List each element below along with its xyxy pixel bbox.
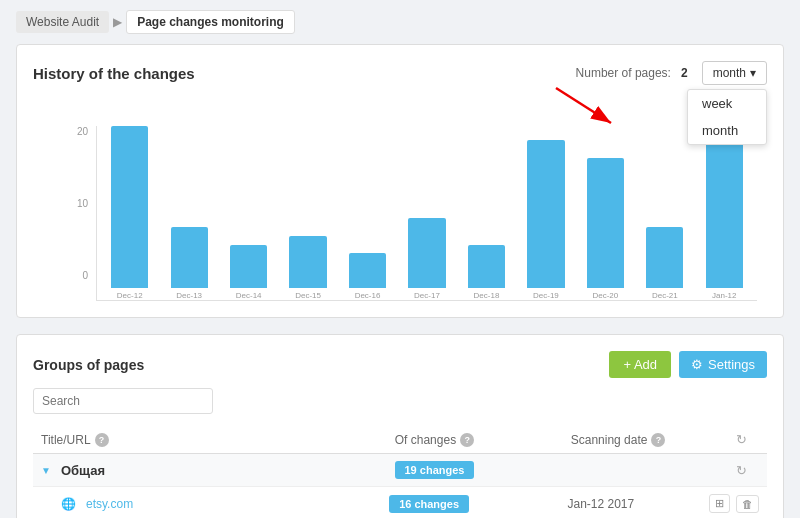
period-dropdown-button[interactable]: month ▾: [702, 61, 767, 85]
title-info-icon: ?: [95, 433, 109, 447]
bar-group-Dec-15: Dec-15: [279, 126, 336, 300]
item-delete-button-1[interactable]: 🗑: [736, 495, 759, 513]
groups-title: Groups of pages: [33, 357, 144, 373]
item-date-1: Jan-12 2017: [567, 497, 634, 511]
header-refresh-button[interactable]: ↻: [736, 432, 747, 447]
changes-info-icon: ?: [460, 433, 474, 447]
bar-group-Dec-13: Dec-13: [160, 126, 217, 300]
expand-icon[interactable]: ▼: [41, 465, 51, 476]
bar-group-Dec-16: Dec-16: [339, 126, 396, 300]
bar-Dec-19: [527, 140, 564, 288]
chart-title: History of the changes: [33, 65, 195, 82]
col-changes-label: Of changes: [395, 433, 456, 447]
y-label-20: 20: [63, 126, 88, 137]
bar-group-Dec-14: Dec-14: [220, 126, 277, 300]
group-changes-badge: 19 changes: [395, 461, 475, 479]
settings-label: Settings: [708, 357, 755, 372]
period-selected-label: month: [713, 66, 746, 80]
bar-Dec-21: [646, 227, 683, 288]
bar-group-Dec-20: Dec-20: [577, 126, 634, 300]
item-changes-badge-1: 16 changes: [389, 495, 469, 513]
search-input[interactable]: [33, 388, 213, 414]
groups-header: Groups of pages + Add ⚙ Settings: [33, 351, 767, 378]
bar-group-Dec-19: Dec-19: [517, 126, 574, 300]
chevron-down-icon: ▾: [750, 66, 756, 80]
group-name: Общая: [61, 463, 105, 478]
bar-label-Dec-20: Dec-20: [592, 291, 618, 300]
breadcrumb-arrow: ▶: [113, 15, 122, 29]
globe-icon-1: 🌐: [61, 497, 76, 511]
period-option-week[interactable]: week: [688, 90, 766, 117]
col-date-label: Scanning date: [571, 433, 648, 447]
gear-icon: ⚙: [691, 357, 703, 372]
add-button[interactable]: + Add: [609, 351, 671, 378]
bar-group-Dec-18: Dec-18: [458, 126, 515, 300]
period-dropdown-menu: week month: [687, 89, 767, 145]
y-label-0: 0: [63, 270, 88, 281]
breadcrumb: Website Audit ▶ Page changes monitoring: [0, 0, 800, 44]
bar-group-Dec-21: Dec-21: [636, 126, 693, 300]
bar-label-Dec-17: Dec-17: [414, 291, 440, 300]
item-view-button-1[interactable]: ⊞: [709, 494, 730, 513]
table-row-group: ▼ Общая 19 changes ↻: [33, 454, 767, 487]
bar-label-Dec-12: Dec-12: [117, 291, 143, 300]
bar-label-Dec-14: Dec-14: [236, 291, 262, 300]
bar-Dec-14: [230, 245, 267, 289]
chart-header: History of the changes Number of pages: …: [33, 61, 767, 85]
bar-Jan-12: [706, 126, 743, 288]
bar-label-Dec-19: Dec-19: [533, 291, 559, 300]
groups-buttons: + Add ⚙ Settings: [609, 351, 767, 378]
settings-button[interactable]: ⚙ Settings: [679, 351, 767, 378]
period-dropdown-container: month ▾ week month: [702, 61, 767, 85]
bar-Dec-13: [171, 227, 208, 288]
num-pages-value: 2: [681, 66, 688, 80]
group-refresh-button[interactable]: ↻: [736, 463, 747, 478]
bar-label-Dec-15: Dec-15: [295, 291, 321, 300]
bar-group-Dec-12: Dec-12: [101, 126, 158, 300]
bar-Dec-16: [349, 253, 386, 288]
item-url-1[interactable]: etsy.com: [86, 497, 133, 511]
col-title-label: Title/URL: [41, 433, 91, 447]
bar-group-Jan-12: Jan-12: [696, 126, 753, 300]
bar-Dec-12: [111, 126, 148, 288]
bar-group-Dec-17: Dec-17: [398, 126, 455, 300]
date-info-icon: ?: [651, 433, 665, 447]
bar-label-Dec-13: Dec-13: [176, 291, 202, 300]
bar-Dec-17: [408, 218, 445, 288]
table-header: Title/URL ? Of changes ? Scanning date ?…: [33, 426, 767, 454]
chart-card: History of the changes Number of pages: …: [16, 44, 784, 318]
breadcrumb-parent[interactable]: Website Audit: [16, 11, 109, 33]
bar-label-Jan-12: Jan-12: [712, 291, 736, 300]
bar-label-Dec-16: Dec-16: [355, 291, 381, 300]
num-pages-label: Number of pages:: [576, 66, 671, 80]
period-option-month[interactable]: month: [688, 117, 766, 144]
bar-label-Dec-21: Dec-21: [652, 291, 678, 300]
breadcrumb-current: Page changes monitoring: [126, 10, 295, 34]
bar-Dec-18: [468, 245, 505, 289]
y-label-10: 10: [63, 198, 88, 209]
groups-card: Groups of pages + Add ⚙ Settings Title/U…: [16, 334, 784, 518]
table-row-item-1: 🌐 etsy.com 16 changes Jan-12 2017 ⊞ 🗑: [33, 487, 767, 518]
bar-Dec-15: [289, 236, 326, 288]
bar-label-Dec-18: Dec-18: [474, 291, 500, 300]
bar-Dec-20: [587, 158, 624, 289]
chart-area: 20 10 0 Dec-12Dec-13Dec-14Dec-15Dec-16De…: [33, 101, 767, 301]
chart-controls: Number of pages: 2 month ▾ week month: [576, 61, 767, 85]
